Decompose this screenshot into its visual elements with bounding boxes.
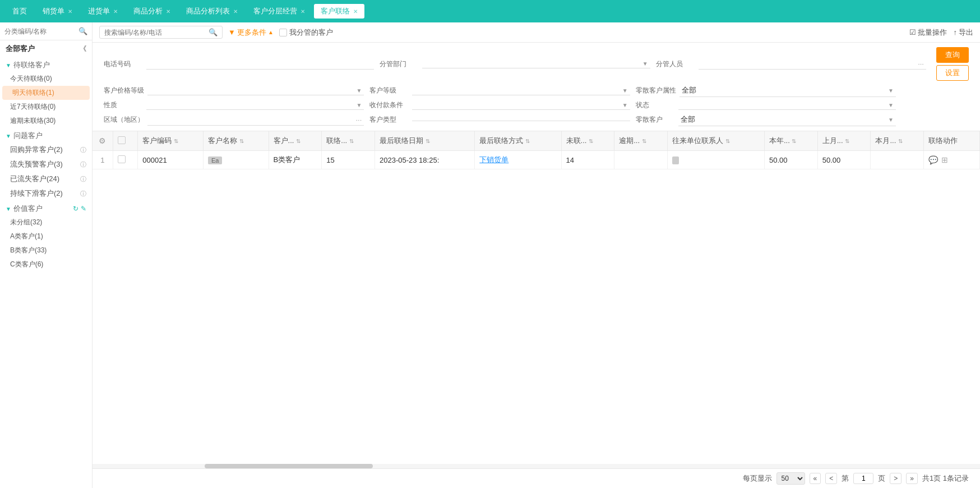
payment-select[interactable]: ▼	[412, 101, 630, 110]
close-product-analysis-icon[interactable]: ✕	[166, 8, 170, 15]
comment-action-icon[interactable]: 💬	[928, 155, 938, 164]
close-customer-contact-icon[interactable]: ✕	[353, 8, 358, 15]
adv-field-customer-type: 客户类型	[369, 115, 630, 125]
select-all-checkbox[interactable]	[118, 136, 126, 144]
cell-actions: 💬 ⊞	[924, 151, 980, 169]
th-code[interactable]: 客户编码 ⇅	[138, 131, 204, 151]
close-sales-order-icon[interactable]: ✕	[68, 8, 72, 15]
search-input[interactable]	[104, 29, 206, 36]
scrollbar-thumb[interactable]	[205, 464, 373, 468]
th-contacts[interactable]: 联络... ⇅	[322, 131, 375, 151]
more-conditions-label: 更多条件	[237, 27, 266, 38]
sidebar-item-repurchase-anomaly[interactable]: 回购异常客户(2) ⓘ	[0, 142, 92, 157]
contact-method-link[interactable]: 下销货单	[479, 155, 509, 164]
retail-customer-label: 零散客户	[636, 115, 675, 125]
close-purchase-order-icon[interactable]: ✕	[113, 8, 118, 15]
region-dots[interactable]: ···	[355, 116, 362, 124]
retail-attr-select[interactable]: 全部 ▼	[679, 84, 896, 97]
sidebar-item-declining[interactable]: 持续下滑客户(2) ⓘ	[0, 186, 92, 201]
pending-contact-group: ▼ 待联络客户	[0, 57, 92, 72]
first-page-btn[interactable]: «	[810, 473, 821, 484]
adv-field-manager: 分管人员 ···	[656, 58, 926, 70]
sidebar-search-input[interactable]	[4, 27, 76, 35]
th-this-month[interactable]: 本月... ⇅	[871, 131, 924, 151]
per-page-select[interactable]: 50 100 200	[776, 472, 805, 485]
nav-home[interactable]: 首页	[6, 4, 34, 19]
prev-page-btn[interactable]: <	[825, 473, 837, 484]
th-last-contact-date[interactable]: 最后联络日期 ⇅	[375, 131, 475, 151]
th-last-month[interactable]: 上月... ⇅	[817, 131, 871, 151]
page-input[interactable]	[853, 473, 873, 484]
customer-type-select[interactable]	[412, 118, 630, 121]
sidebar-search-icon[interactable]: 🔍	[78, 27, 87, 35]
sidebar-item-7days[interactable]: 近7天待联络(0)	[0, 100, 92, 114]
th-overdue[interactable]: 逾期... ⇅	[614, 131, 668, 151]
edit-value-icon[interactable]: ✎	[81, 205, 86, 213]
sidebar-item-tomorrow[interactable]: 明天待联络(1)	[2, 86, 90, 100]
sidebar-item-ungrouped[interactable]: 未分组(32)	[0, 215, 92, 229]
region-label: 区域（地区）	[104, 115, 144, 125]
price-level-select[interactable]: ▼	[147, 86, 364, 95]
adv-row-2: 客户价格等级 ▼ 客户等级 ▼ 零散客户属性 全部	[104, 84, 969, 97]
nav-purchase-order[interactable]: 进货单 ✕	[81, 4, 124, 19]
close-customer-segments-icon[interactable]: ✕	[301, 8, 305, 15]
payment-label: 收付款条件	[369, 100, 409, 110]
th-gear: ⚙	[93, 131, 113, 151]
export-btn[interactable]: ↑ 导出	[954, 27, 974, 38]
batch-operation-btn[interactable]: ☑ 批量操作	[909, 27, 947, 38]
info-icon-3: ⓘ	[80, 175, 86, 183]
nav-customer-segments[interactable]: 客户分层经营 ✕	[247, 4, 312, 19]
more-conditions-toggle[interactable]: ▼ 更多条件 ▲	[228, 27, 274, 38]
manager-dots[interactable]: ···	[918, 59, 924, 68]
refresh-value-icon[interactable]: ↻	[73, 205, 78, 213]
last-page-btn[interactable]: »	[906, 473, 918, 484]
status-select[interactable]: ▼	[678, 101, 896, 110]
retail-attr-label: 零散客户属性	[636, 86, 676, 95]
table-settings-icon[interactable]: ⚙	[99, 136, 106, 145]
sidebar-item-overdue[interactable]: 逾期未联络(30)	[0, 114, 92, 128]
dept-select[interactable]: ▼	[422, 59, 650, 68]
sidebar-item-churned[interactable]: 已流失客户(24) ⓘ	[0, 172, 92, 186]
next-page-btn[interactable]: >	[890, 473, 902, 484]
grid-action-icon[interactable]: ⊞	[941, 155, 948, 164]
nature-select[interactable]: ▼	[146, 101, 364, 110]
sidebar-item-today[interactable]: 今天待联络(0)	[0, 72, 92, 86]
all-customers-header[interactable]: 全部客户 《	[0, 40, 92, 57]
nav-customer-contact[interactable]: 客户联络 ✕	[314, 4, 364, 19]
sort-method-icon: ⇅	[525, 138, 530, 144]
status-label: 状态	[636, 100, 675, 110]
retail-customer-select[interactable]: 全部 ▼	[678, 113, 896, 126]
nav-product-analysis-list[interactable]: 商品分析列表 ✕	[179, 4, 244, 19]
content-area: 🔍 ▼ 更多条件 ▲ 我分管的客户 ☑ 批量操作 ↑ 导出	[93, 22, 980, 488]
my-customers-checkbox[interactable]: 我分管的客户	[279, 27, 333, 38]
query-button[interactable]: 查询	[936, 47, 969, 63]
settings-button[interactable]: 设置	[936, 65, 969, 81]
nav-product-analysis[interactable]: 商品分析 ✕	[127, 4, 177, 19]
nav-sales-order[interactable]: 销货单 ✕	[36, 4, 79, 19]
row-checkbox[interactable]	[118, 155, 126, 163]
customer-level-arrow-icon: ▼	[622, 88, 628, 94]
th-unit-contact[interactable]: 往来单位联系人 ⇅	[667, 131, 764, 151]
th-last-contact-method[interactable]: 最后联络方式 ⇅	[475, 131, 561, 151]
dept-label: 分管部门	[380, 59, 419, 69]
th-name[interactable]: 客户名称 ⇅	[203, 131, 269, 151]
sidebar: 🔍 全部客户 《 ▼ 待联络客户 今天待联络(0) 明天待联络(1) 近7天待联…	[0, 22, 93, 488]
sort-name-icon: ⇅	[239, 138, 244, 144]
sort-year-icon: ⇅	[792, 138, 796, 144]
sidebar-item-class-a[interactable]: A类客户(1)	[0, 229, 92, 243]
customers-table: ⚙ 客户编码 ⇅ 客户名称 ⇅	[93, 131, 980, 169]
th-not-contacted[interactable]: 未联... ⇅	[561, 131, 614, 151]
sidebar-item-class-c[interactable]: C类客户(6)	[0, 257, 92, 271]
my-customers-check[interactable]	[279, 29, 287, 36]
search-icon[interactable]: 🔍	[209, 28, 218, 36]
horizontal-scrollbar[interactable]	[93, 464, 980, 468]
adv-field-payment: 收付款条件 ▼	[369, 100, 630, 110]
th-this-year[interactable]: 本年... ⇅	[765, 131, 818, 151]
customer-level-select[interactable]: ▼	[412, 86, 630, 95]
customer-name-badge: Ea	[208, 156, 222, 164]
th-type[interactable]: 客户... ⇅	[269, 131, 322, 151]
sidebar-item-churn-warning[interactable]: 流失预警客户(3) ⓘ	[0, 157, 92, 172]
phone-input[interactable]	[146, 59, 374, 70]
sidebar-item-class-b[interactable]: B类客户(33)	[0, 243, 92, 257]
close-product-analysis-list-icon[interactable]: ✕	[233, 8, 238, 15]
